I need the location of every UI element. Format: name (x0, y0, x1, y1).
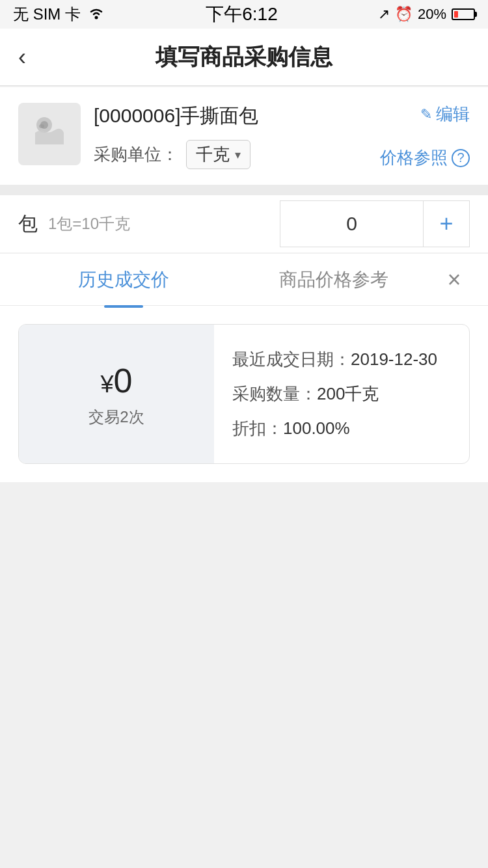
quantity-detail-value: 200千克 (317, 384, 379, 403)
price-value: 0 (114, 362, 133, 400)
nav-bar: ‹ 填写商品采购信息 (0, 29, 488, 86)
unit-label: 采购单位： (94, 143, 178, 166)
status-bar: 无 SIM 卡 下午6:12 ↗ ⏰ 20% (0, 0, 488, 29)
product-name: [0000006]手撕面包 (94, 103, 470, 129)
unit-value: 千克 (196, 143, 230, 166)
quantity-sub-label: 1包=10千克 (48, 213, 130, 234)
product-image (18, 103, 81, 165)
quantity-label-group: 包 1包=10千克 (18, 211, 130, 237)
product-thumbnail-icon (30, 112, 69, 157)
battery-indicator (452, 8, 475, 20)
battery-percent: 20% (418, 6, 446, 23)
date-label: 最近成交日期： (232, 349, 351, 369)
main-body (0, 482, 488, 868)
status-bar-time: 下午6:12 (206, 2, 278, 27)
quantity-input-group: + (280, 200, 470, 247)
tab-history-price[interactable]: 历史成交价 (18, 252, 228, 308)
price-ref-help-icon: ? (452, 149, 470, 167)
tab-product-price-ref[interactable]: 商品价格参考 (228, 252, 439, 308)
edit-icon: ✎ (420, 106, 432, 123)
page-title: 填写商品采购信息 (156, 42, 332, 72)
currency-symbol: ¥ (101, 371, 114, 398)
detail-date-row: 最近成交日期：2019-12-30 (232, 348, 451, 371)
unit-dropdown[interactable]: 千克 ▾ (186, 140, 251, 169)
wifi-icon (87, 5, 105, 23)
tab-header: 历史成交价 商品价格参考 × (0, 254, 488, 306)
quantity-input[interactable] (280, 200, 423, 247)
product-card: [0000006]手撕面包 采购单位： 千克 ▾ ✎ 编辑 价格参照 ? (0, 87, 488, 185)
status-bar-right: ↗ ⏰ 20% (378, 6, 475, 23)
edit-label: 编辑 (436, 103, 470, 126)
detail-discount-row: 折扣：100.00% (232, 417, 451, 440)
history-price: ¥0 (101, 361, 133, 400)
status-bar-left: 无 SIM 卡 (13, 4, 105, 25)
quantity-plus-button[interactable]: + (423, 200, 470, 247)
detail-quantity-row: 采购数量：200千克 (232, 383, 451, 405)
history-card: ¥0 交易2次 最近成交日期：2019-12-30 采购数量：200千克 折扣：… (18, 324, 470, 464)
section-divider (0, 185, 488, 195)
carrier-text: 无 SIM 卡 (13, 4, 81, 25)
quantity-label: 采购数量： (232, 384, 317, 403)
discount-label: 折扣： (232, 418, 283, 438)
tab-product-price-ref-label: 商品价格参考 (279, 269, 388, 290)
tab-history-price-label: 历史成交价 (78, 269, 169, 290)
discount-value: 100.00% (283, 418, 350, 438)
back-button[interactable]: ‹ (18, 44, 26, 71)
price-ref-button[interactable]: 价格参照 ? (380, 146, 470, 169)
alarm-icon: ⏰ (395, 6, 413, 23)
quantity-row: 包 1包=10千克 + (0, 195, 488, 252)
history-card-right: 最近成交日期：2019-12-30 采购数量：200千克 折扣：100.00% (214, 325, 469, 463)
price-ref-label: 价格参照 (380, 146, 448, 169)
location-icon: ↗ (378, 6, 390, 23)
trade-count: 交易2次 (88, 407, 144, 427)
date-value: 2019-12-30 (351, 349, 437, 369)
svg-point-3 (39, 124, 44, 128)
quantity-unit-label: 包 (18, 211, 38, 237)
dropdown-arrow-icon: ▾ (235, 148, 241, 162)
svg-point-0 (95, 16, 98, 20)
tab-section: 历史成交价 商品价格参考 × ¥0 交易2次 最近成交日期：2019-12-30… (0, 254, 488, 482)
edit-button[interactable]: ✎ 编辑 (420, 103, 470, 126)
history-card-left: ¥0 交易2次 (19, 325, 214, 463)
tab-close-button[interactable]: × (439, 264, 470, 295)
history-content: ¥0 交易2次 最近成交日期：2019-12-30 采购数量：200千克 折扣：… (0, 306, 488, 482)
